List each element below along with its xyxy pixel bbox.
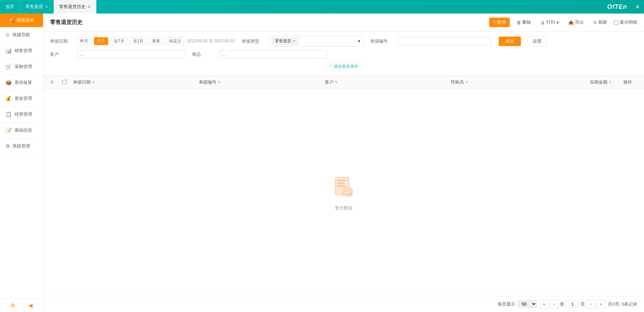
sidebar-item-label: 库存核算: [15, 80, 32, 86]
print-icon: 🖨: [541, 20, 545, 25]
main-content: 零售退货历史 + 新增 🗑 删除 🖨 打印 ▾ 📤 导出 ↻: [43, 14, 644, 312]
sidebar-item-system[interactable]: ⚙ 系统管理: [0, 138, 43, 154]
empty-illustration: [330, 174, 357, 201]
th-operation: 操作: [614, 79, 641, 85]
date-btn-1month[interactable]: 近1月: [130, 37, 147, 45]
tab-list: 首页 零售退货 ✕ 零售退货历史 ✕: [0, 0, 630, 14]
voucher-type-select[interactable]: 零售退货 ✕ ▾: [269, 36, 363, 47]
export-button[interactable]: 📤 导出: [566, 18, 587, 27]
window-close-button[interactable]: ✕: [630, 0, 644, 14]
th-date-sort[interactable]: ⇅: [92, 80, 95, 84]
date-label: 单据日期: [50, 38, 70, 44]
refresh-button[interactable]: ↻ 刷新: [591, 18, 610, 27]
sidebar-item-purchase[interactable]: 🛒 采购管理: [0, 59, 43, 75]
table-select-all[interactable]: [58, 80, 70, 84]
query-button[interactable]: 查询: [499, 37, 521, 46]
date-filters: 昨天 今天 近7天 近1月 更多 自定义 2023-06-02 至 2023-0…: [77, 37, 235, 45]
new-button[interactable]: + 新增: [489, 18, 510, 27]
th-customer: 客户 ⇅: [322, 79, 448, 85]
customer-label: 客户: [50, 51, 70, 58]
voucher-type-label: 单据类型: [242, 38, 262, 44]
goods-label: 商品: [192, 51, 212, 58]
page-nav: « ‹ 第 页 › »: [540, 300, 605, 309]
page-label: 第: [560, 301, 564, 307]
per-page-label: 每页显示: [498, 301, 515, 307]
display-detail-check[interactable]: [614, 20, 618, 25]
date-btn-yesterday[interactable]: 昨天: [77, 37, 91, 45]
date-btn-7days[interactable]: 近7天: [111, 37, 127, 45]
sidebar-item-quick-nav[interactable]: ⊙ 快捷导航: [0, 27, 43, 43]
purchase-icon: 🛒: [5, 64, 12, 70]
tab-home[interactable]: 首页: [0, 0, 20, 14]
delete-icon: 🗑: [517, 20, 521, 25]
sidebar-menu: ⊙ 快捷导航 📊 销售管理 🛒 采购管理 📦 库存核算 💰 资金管理 📋: [0, 27, 43, 298]
export-icon: 📤: [568, 20, 574, 25]
page-header: 零售退货历史 + 新增 🗑 删除 🖨 打印 ▾ 📤 导出 ↻: [43, 14, 644, 31]
finance-icon: 💰: [5, 95, 12, 102]
page-unit: 页: [580, 301, 585, 307]
sidebar-search[interactable]: 🔍 搜索菜单: [0, 14, 43, 27]
page-input[interactable]: [566, 300, 579, 308]
voucher-type-tag: 零售退货 ✕: [272, 37, 299, 45]
th-amount: 实销金额 ⇅: [574, 79, 614, 85]
sidebar-item-sales[interactable]: 📊 销售管理: [0, 43, 43, 59]
quick-nav-icon: ⊙: [5, 32, 10, 38]
th-voucher-no: 单据编号 ⇅: [196, 79, 322, 85]
search-icon: 🔍: [9, 18, 15, 23]
date-btn-custom[interactable]: 自定义: [166, 37, 184, 45]
select-all-checkbox[interactable]: [62, 80, 67, 84]
sidebar-search-label: 搜索菜单: [17, 17, 34, 23]
th-customer-sort[interactable]: ⇅: [335, 80, 338, 84]
next-page-button[interactable]: ›: [586, 300, 595, 309]
sidebar-item-inventory[interactable]: 📦 库存核算: [0, 75, 43, 91]
sidebar-item-label: 系统管理: [13, 143, 30, 149]
header-actions: + 新增 🗑 删除 🖨 打印 ▾ 📤 导出 ↻ 刷新: [489, 18, 637, 27]
prev-page-button[interactable]: ‹: [550, 300, 558, 309]
total-info: 共0页, 0条记录: [608, 301, 637, 307]
basic-info-icon: 📝: [5, 127, 12, 133]
date-btn-today[interactable]: 今天: [94, 37, 108, 45]
goods-input[interactable]: [219, 50, 327, 59]
svg-rect-2: [337, 183, 344, 184]
last-page-button[interactable]: »: [596, 300, 605, 309]
voucher-type-tag-close[interactable]: ✕: [292, 39, 296, 44]
tab-retail-return[interactable]: 零售退货 ✕: [20, 0, 54, 14]
collapse-button[interactable]: ⌃ 收起更多条件: [325, 62, 363, 71]
sidebar-bottom: ⚙ ◀: [0, 298, 43, 312]
operation-icon: 📋: [5, 111, 12, 117]
filter-row-1: 单据日期 昨天 今天 近7天 近1月 更多 自定义 2023-06-02 至 2…: [50, 36, 637, 47]
table-area: ⚙ 单据日期 ⇅ 单据编号 ⇅ 客户 ⇅ 导购员 ⇅: [43, 75, 644, 296]
pagination: 每页显示 20 50 100 « ‹ 第 页 › » 共0页, 0条记录: [43, 296, 644, 312]
table-settings-icon[interactable]: ⚙: [46, 80, 58, 85]
filter-area: 单据日期 昨天 今天 近7天 近1月 更多 自定义 2023-06-02 至 2…: [43, 31, 644, 75]
sidebar-item-label: 基础信息: [15, 127, 32, 133]
page-title: 零售退货历史: [50, 19, 82, 26]
sidebar-item-label: 销售管理: [15, 48, 32, 54]
print-dropdown-icon: ▾: [556, 20, 559, 25]
sidebar-item-basic-info[interactable]: 📝 基础信息: [0, 122, 43, 138]
date-btn-more[interactable]: 更多: [149, 37, 163, 45]
display-detail-checkbox[interactable]: 显示明细: [614, 19, 637, 25]
delete-button[interactable]: 🗑 删除: [514, 18, 534, 27]
svg-rect-1: [337, 180, 347, 181]
brand-logo: OfTEn: [607, 3, 627, 10]
tab-retail-return-close[interactable]: ✕: [45, 5, 48, 9]
print-button[interactable]: 🖨 打印 ▾: [538, 18, 562, 27]
per-page-select[interactable]: 20 50 100: [518, 300, 537, 308]
sidebar-collapse-button[interactable]: ◀: [28, 302, 32, 309]
date-range-display: 2023-06-02 至 2023-06-02: [187, 38, 235, 44]
customer-input[interactable]: [77, 50, 185, 59]
sidebar-settings-button[interactable]: ⚙: [10, 302, 15, 309]
tab-retail-return-history[interactable]: 零售退货历史 ✕: [54, 0, 96, 14]
settings-button[interactable]: 设置: [528, 36, 547, 46]
th-guide-sort[interactable]: ⇅: [465, 80, 468, 84]
sidebar-item-operation[interactable]: 📋 经营管理: [0, 107, 43, 122]
tab-retail-return-history-close[interactable]: ✕: [88, 5, 91, 9]
th-amount-sort[interactable]: ⇅: [609, 80, 612, 84]
sidebar-item-label: 采购管理: [15, 64, 32, 70]
first-page-button[interactable]: «: [540, 300, 548, 309]
voucher-no-input[interactable]: [397, 37, 492, 45]
th-voucher-no-sort[interactable]: ⇅: [218, 80, 220, 84]
sidebar-item-finance[interactable]: 💰 资金管理: [0, 91, 43, 107]
collapse-up-icon: ⌃: [329, 64, 333, 69]
